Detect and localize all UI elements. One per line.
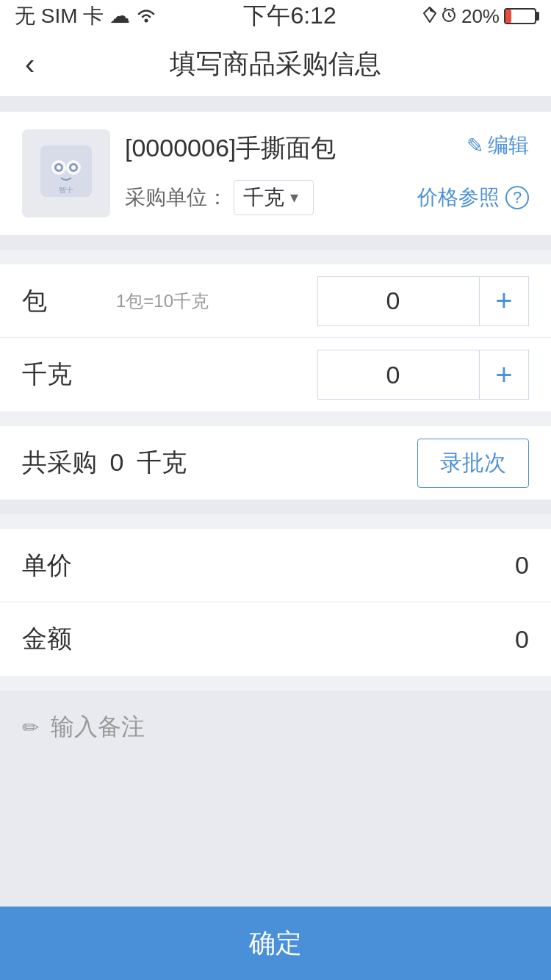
bao-sublabel: 1包=10千克 xyxy=(116,289,209,313)
location-icon xyxy=(423,5,436,28)
total-unit: 千克 xyxy=(137,448,187,476)
svg-line-5 xyxy=(444,8,446,10)
mid-divider-2 xyxy=(0,500,551,514)
chevron-down-icon: ▾ xyxy=(290,188,298,207)
back-button[interactable]: ‹ xyxy=(18,40,42,88)
unit-row: 采购单位： 千克 ▾ xyxy=(125,180,314,215)
product-info: [0000006]手撕面包 ✎ 编辑 采购单位： 千克 ▾ 价格参照 ? xyxy=(125,131,529,215)
product-name: [0000006]手撕面包 xyxy=(125,131,336,165)
kilogram-input-row: 千克 + xyxy=(0,338,551,411)
svg-point-13 xyxy=(71,165,76,170)
bao-input-row: 包 1包=10千克 + xyxy=(0,264,551,338)
bao-plus-button[interactable]: + xyxy=(479,276,529,326)
status-right: 20% xyxy=(423,5,536,28)
edit-label: 编辑 xyxy=(488,131,529,159)
battery-icon xyxy=(504,8,536,24)
product-logo: 智十 xyxy=(40,145,92,202)
product-top-row: [0000006]手撕面包 ✎ 编辑 xyxy=(125,131,529,165)
unit-price-label: 单价 xyxy=(22,549,72,583)
confirm-button-wrap: 确定 xyxy=(0,907,551,980)
page-title: 填写商品采购信息 xyxy=(170,46,381,82)
price-ref-button[interactable]: 价格参照 ? xyxy=(417,184,529,212)
batch-button[interactable]: 录批次 xyxy=(417,439,529,488)
remark-section[interactable]: ✏ 输入备注 xyxy=(0,691,551,764)
status-left: 无 SIM 卡 ☁ xyxy=(15,2,156,30)
product-bottom-row: 采购单位： 千克 ▾ 价格参照 ? xyxy=(125,180,529,215)
question-icon: ? xyxy=(505,186,529,209)
total-text: 共采购 0 千克 xyxy=(22,446,187,480)
svg-text:智十: 智十 xyxy=(59,186,73,194)
kilogram-input-wrapper: + xyxy=(317,350,529,400)
total-row: 共采购 0 千克 录批次 xyxy=(0,426,551,500)
total-label: 共采购 xyxy=(22,448,97,476)
price-ref-label: 价格参照 xyxy=(417,184,500,212)
svg-point-0 xyxy=(145,19,148,23)
price-section: 单价 0 金额 0 xyxy=(0,529,551,676)
bao-input[interactable] xyxy=(317,276,479,326)
unit-price-row: 单价 0 xyxy=(0,529,551,602)
bao-input-wrapper: + xyxy=(317,276,529,326)
bao-label: 包 xyxy=(22,284,110,318)
mid-divider-1 xyxy=(0,235,551,250)
status-time: 下午6:12 xyxy=(243,0,336,32)
no-sim-label: 无 SIM 卡 ☁ xyxy=(15,2,130,30)
svg-point-12 xyxy=(57,165,61,170)
product-image: 智十 xyxy=(22,129,110,217)
amount-value: 0 xyxy=(515,625,529,654)
kilogram-plus-button[interactable]: + xyxy=(479,350,529,400)
kilogram-label: 千克 xyxy=(22,358,110,392)
nav-bar: ‹ 填写商品采购信息 xyxy=(0,32,551,97)
unit-value: 千克 xyxy=(243,184,284,212)
amount-row: 金额 0 xyxy=(0,602,551,676)
status-bar: 无 SIM 卡 ☁ 下午6:12 20% xyxy=(0,0,551,32)
unit-select[interactable]: 千克 ▾ xyxy=(234,180,314,215)
alarm-icon xyxy=(441,5,457,28)
edit-button[interactable]: ✎ 编辑 xyxy=(467,131,529,159)
edit-icon: ✎ xyxy=(467,134,483,158)
amount-label: 金额 xyxy=(22,622,72,656)
wifi-icon xyxy=(136,4,156,28)
pencil-icon: ✏ xyxy=(22,716,39,740)
top-divider xyxy=(0,97,551,112)
product-card: 智十 [0000006]手撕面包 ✎ 编辑 采购单位： 千克 ▾ 价格参照 ? xyxy=(0,112,551,235)
battery-percent: 20% xyxy=(461,5,500,28)
svg-line-4 xyxy=(449,15,451,17)
confirm-button[interactable]: 确定 xyxy=(0,907,551,980)
kilogram-input[interactable] xyxy=(317,350,479,400)
unit-price-value: 0 xyxy=(515,551,529,580)
total-value: 0 xyxy=(109,448,123,476)
unit-label: 采购单位： xyxy=(125,184,228,212)
input-section: 包 1包=10千克 + 千克 + xyxy=(0,264,551,411)
svg-line-6 xyxy=(452,8,454,10)
remark-placeholder: 输入备注 xyxy=(51,711,145,743)
